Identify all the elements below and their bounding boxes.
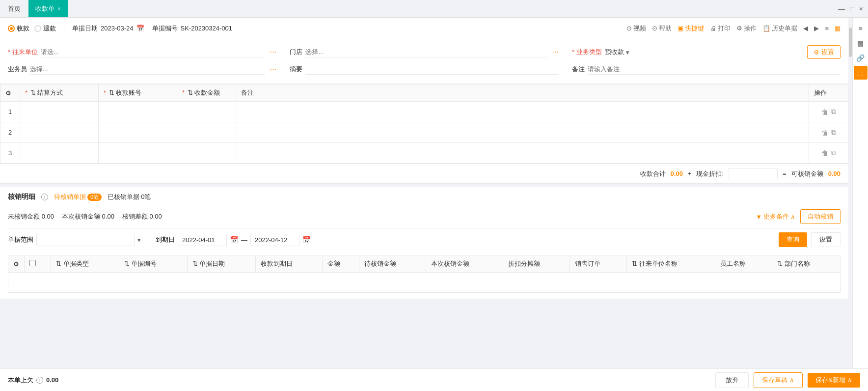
row-copy-icon-1[interactable]: ⧉ xyxy=(831,108,836,116)
row-settle-1[interactable] xyxy=(20,102,99,122)
tab-close-icon[interactable]: × xyxy=(57,5,61,12)
sidebar-table-icon[interactable]: ≡ xyxy=(854,22,868,35)
account-col-header: ⇅ 收款账号 xyxy=(99,84,177,102)
discount-input[interactable] xyxy=(729,168,778,179)
row-ops-1: 🗑 ⧉ xyxy=(809,102,848,122)
row-remark-2[interactable] xyxy=(236,122,809,143)
cal-from-icon[interactable]: 📅 xyxy=(230,236,238,244)
save-new-button[interactable]: 保存&新增 ∧ xyxy=(808,373,860,388)
store-input[interactable] xyxy=(305,47,547,57)
draft-button[interactable]: 保存草稿 ∧ xyxy=(754,372,803,388)
list-icon[interactable]: ≡ xyxy=(825,25,829,32)
gear-col-header[interactable]: ⚙ xyxy=(0,84,20,102)
window-close-icon[interactable]: × xyxy=(859,5,863,13)
history-btn[interactable]: 📋 历史单据 xyxy=(762,24,797,33)
done-tab[interactable]: 已核销单据 0笔 xyxy=(108,193,151,201)
salesperson-input[interactable] xyxy=(30,64,265,75)
date-from-input[interactable] xyxy=(178,234,227,246)
row-remark-1[interactable] xyxy=(236,102,809,122)
sidebar-link-icon[interactable]: 🔗 xyxy=(854,51,868,65)
counterpart-label: * 往来单位 xyxy=(8,48,38,56)
more-conditions-btn[interactable]: ▼ 更多条件 ∧ xyxy=(756,212,795,221)
counterpart-ellipsis-icon[interactable]: ··· xyxy=(270,48,276,56)
settings-button[interactable]: ⚙ 设置 xyxy=(807,45,841,59)
summary-input[interactable] xyxy=(305,64,558,75)
done-badge: 0笔 xyxy=(141,193,151,201)
help-btn[interactable]: ⊙ 帮助 xyxy=(652,24,672,33)
cal-to-icon[interactable]: 📅 xyxy=(302,236,311,244)
next-icon[interactable]: ▶ xyxy=(814,25,819,32)
ops-btn[interactable]: ⚙ 操作 xyxy=(736,24,757,33)
row-delete-icon-3[interactable]: 🗑 xyxy=(821,149,828,157)
row-delete-icon-1[interactable]: 🗑 xyxy=(821,108,828,116)
print-btn[interactable]: 🖨 打印 xyxy=(710,24,731,33)
auto-verify-button[interactable]: 自动核销 xyxy=(800,209,841,224)
refund-radio-dot xyxy=(34,25,41,32)
minimize-icon[interactable]: — xyxy=(838,5,845,13)
settings-gear-icon: ⚙ xyxy=(814,49,819,56)
tab-home[interactable]: 首页 xyxy=(0,0,28,17)
abandon-button[interactable]: 放弃 xyxy=(715,372,749,388)
row-account-1[interactable] xyxy=(99,102,177,122)
current-col-header: 本次核销金额 xyxy=(426,255,503,273)
shortcut-btn[interactable]: ▣ 快捷键 xyxy=(678,24,704,33)
employee-col-header: 员工名称 xyxy=(715,255,772,273)
ops-col-header: 操作 xyxy=(809,84,848,102)
row-copy-icon-3[interactable]: ⧉ xyxy=(831,149,836,157)
table-gear-icon-2[interactable]: ⚙ xyxy=(13,260,19,268)
counterpart-input[interactable] xyxy=(41,47,265,57)
row-settle-3[interactable] xyxy=(20,143,99,164)
receipt-radio[interactable]: 收款 xyxy=(8,24,29,33)
store-ellipsis-icon[interactable]: ··· xyxy=(552,48,558,56)
row-settle-2[interactable] xyxy=(20,122,99,143)
query-button[interactable]: 查询 xyxy=(779,232,807,247)
home-tab-label: 首页 xyxy=(8,4,21,13)
row-copy-icon-2[interactable]: ⧉ xyxy=(831,128,836,137)
row-account-2[interactable] xyxy=(99,122,177,143)
select-all-checkbox[interactable] xyxy=(29,260,36,266)
date-to-input[interactable] xyxy=(250,234,299,246)
scrollbar[interactable] xyxy=(848,18,852,391)
doc-no-sort-icon: ⇅ xyxy=(124,260,130,267)
verifiable-label: 可核销金额 xyxy=(791,169,823,178)
doc-date-field: 单据日期 2023-03-24 📅 xyxy=(72,24,144,33)
video-btn[interactable]: ⊙ 视频 xyxy=(626,24,646,33)
row-remark-3[interactable] xyxy=(236,143,809,164)
verify-section: 核销明细 i 待核销单据 0笔 已核销单据 0笔 未核销金额 0.00 本次核销… xyxy=(0,187,848,299)
biz-type-value: 预收款 xyxy=(605,48,624,56)
verify-info-icon[interactable]: i xyxy=(41,194,48,200)
range-select[interactable] xyxy=(36,234,135,246)
maximize-icon[interactable]: □ xyxy=(850,5,854,13)
plus-sign: + xyxy=(688,170,692,177)
tab-receipt[interactable]: 收款单 × xyxy=(28,0,68,17)
counterpart-col-header: ⇅ 往来单位名称 xyxy=(627,255,715,273)
owed-info-icon[interactable]: i xyxy=(36,377,43,384)
due-date-col-header: 收款到期日 xyxy=(255,255,322,273)
biz-type-select[interactable]: 预收款 ▾ xyxy=(605,48,804,56)
row-account-3[interactable] xyxy=(99,143,177,164)
row-amount-1[interactable] xyxy=(177,102,236,122)
grid-icon[interactable]: ▦ xyxy=(835,25,841,32)
toolbar: 收款 退款 单据日期 2023-03-24 📅 单据编号 SK-20230324… xyxy=(0,18,848,39)
refund-radio[interactable]: 退款 xyxy=(34,24,56,33)
form-area: * 往来单位 ··· 门店 ··· * 业务类型 预收款 ▾ ⚙ 设置 xyxy=(0,39,848,84)
row-delete-icon-2[interactable]: 🗑 xyxy=(821,129,828,137)
calendar-icon[interactable]: 📅 xyxy=(136,25,144,32)
verify-settings-button[interactable]: 设置 xyxy=(811,232,841,247)
prev-icon[interactable]: ◀ xyxy=(803,25,808,32)
salesperson-ellipsis-icon[interactable]: ··· xyxy=(270,65,276,74)
row-amount-3[interactable] xyxy=(177,143,236,164)
ops-icon: ⚙ xyxy=(736,25,742,32)
amount-col-header: ⇅ 收款金额 xyxy=(177,84,236,102)
toolbar-divider-1 xyxy=(64,24,64,33)
sidebar-doc-icon[interactable]: ▤ xyxy=(854,36,868,50)
sales-order-col-header: 销售订单 xyxy=(570,255,627,273)
sidebar-frame-icon[interactable]: ⬚ xyxy=(854,66,868,80)
table-row: 1 🗑 ⧉ xyxy=(0,102,848,122)
checkbox-select-header[interactable] xyxy=(25,255,51,273)
row-amount-2[interactable] xyxy=(177,122,236,143)
store-label: 门店 xyxy=(290,48,302,56)
pending-tab[interactable]: 待核销单据 0笔 xyxy=(54,193,102,201)
remark-input[interactable] xyxy=(588,64,841,75)
footer-left: 本单上欠 i 0.00 xyxy=(8,376,58,385)
